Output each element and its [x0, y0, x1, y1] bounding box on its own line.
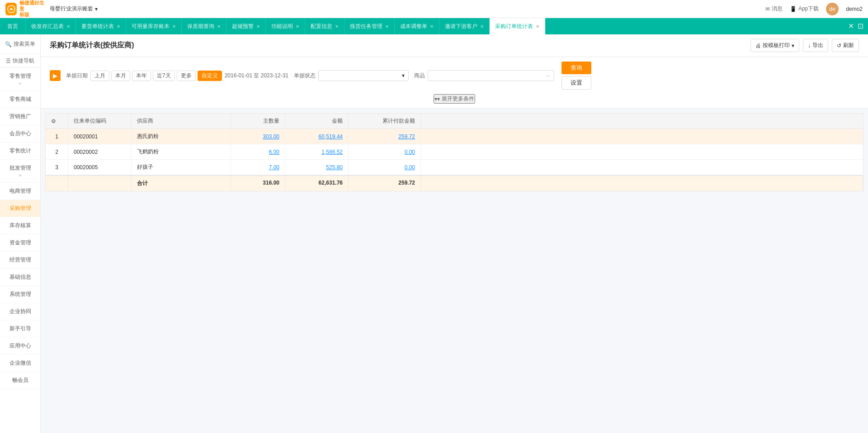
status-select-arrow: ▾ [402, 72, 405, 79]
sidebar-item-wholesale-mgmt[interactable]: 批发管理 ▼ [0, 160, 40, 183]
query-btn[interactable]: 查询 [561, 62, 591, 74]
table-header-row: ⚙ 往来单位编码 供应商 主数量 金额 累计付款金额 [46, 114, 863, 129]
table-row: 1 00020001 惠氏奶粉 303.00 60,519.44 259.72 [46, 129, 863, 144]
vip-member-label: 畅会员 [12, 376, 28, 384]
cell-qty[interactable]: 6.00 [231, 144, 285, 160]
workspace-name: 母婴行业演示账套 [50, 5, 93, 13]
cell-qty[interactable]: 7.00 [231, 160, 285, 175]
sidebar-item-retail-stats[interactable]: 零售统计 [0, 143, 40, 160]
receive-summary-label: 收发存汇总表 [31, 23, 64, 30]
sidebar-item-retail-mall[interactable]: 零售商城 [0, 91, 40, 108]
sidebar-item-operation-mgmt[interactable]: 经营管理 [0, 252, 40, 269]
close-purchase-summary[interactable]: ✕ [536, 24, 539, 29]
search-menu-btn[interactable]: 🔍 搜索英单 [3, 38, 38, 50]
sidebar-item-retail-mgmt[interactable]: 零售管理 ▼ [0, 68, 40, 91]
tab-home[interactable]: 首页 [0, 18, 26, 34]
cell-qty[interactable]: 303.00 [231, 129, 285, 144]
date-btn-7days[interactable]: 近7天 [153, 71, 175, 81]
export-btn[interactable]: ↓ 导出 [803, 39, 828, 52]
system-mgmt-label: 系统管理 [9, 290, 31, 298]
gear-icon[interactable]: ⚙ [51, 118, 56, 124]
operation-mgmt-label: 经营管理 [9, 256, 31, 264]
cell-amount[interactable]: 525.80 [285, 160, 349, 175]
date-btn-this-month[interactable]: 本月 [111, 71, 130, 81]
close-all-tabs-btn[interactable]: ✕ [848, 23, 854, 30]
close-overstock[interactable]: ✕ [256, 24, 260, 29]
tab-overstock[interactable]: 超储预警 ✕ [226, 18, 266, 34]
table-footer: 合计 316.00 62,631.76 259.72 [45, 175, 863, 191]
quick-nav-btn[interactable]: ☰ 快捷导航 [0, 54, 40, 68]
sidebar-item-marketing[interactable]: 营销推广 [0, 108, 40, 125]
filter-settings-btn[interactable]: 设置 [561, 76, 591, 90]
overstock-label: 超储预警 [232, 23, 254, 30]
workspace-dropdown-icon: ▾ [95, 6, 98, 12]
tab-pick-task[interactable]: 拣货任务管理 ✕ [344, 18, 395, 34]
close-shelf-life[interactable]: ✕ [217, 24, 221, 29]
close-receive-summary[interactable]: ✕ [66, 24, 70, 29]
date-btn-this-year[interactable]: 本年 [132, 71, 151, 81]
sidebar-item-app-center[interactable]: 应用中心 [0, 338, 40, 355]
cell-code: 00020001 [68, 129, 132, 144]
tab-available-stock[interactable]: 可用量库存账本 ✕ [126, 18, 182, 34]
close-function-desc[interactable]: ✕ [296, 24, 299, 29]
sidebar-item-ecommerce-mgmt[interactable]: 电商管理 [0, 183, 40, 200]
main-layout: 🔍 搜索英单 ☰ 快捷导航 零售管理 ▼ 零售商城 营销推广 会员中心 零售统计… [0, 34, 868, 433]
maximize-btn[interactable]: ⊡ [858, 23, 863, 30]
sidebar-item-finance-mgmt[interactable]: 资金管理 [0, 234, 40, 252]
date-btn-last-month[interactable]: 上月 [90, 71, 109, 81]
top-bar: 畅捷通好生意 标版 母婴行业演示账套 ▾ ✉ 消息 📱 App下载 de dem… [0, 0, 868, 18]
expand-more-btn[interactable]: ▾▾ 展开更多条件 [434, 94, 475, 104]
cell-amount[interactable]: 60,519.44 [285, 129, 349, 144]
retail-mall-label: 零售商城 [9, 95, 31, 103]
close-goods-summary[interactable]: ✕ [117, 24, 120, 29]
close-cost-adjust[interactable]: ✕ [430, 24, 434, 29]
filter-toggle-btn[interactable]: ▶ [50, 70, 61, 81]
sidebar-item-new-user-guide[interactable]: 新手引导 [0, 320, 40, 338]
tab-receive-summary[interactable]: 收发存汇总表 ✕ [26, 18, 76, 34]
sidebar-item-basic-info[interactable]: 基础信息 [0, 269, 40, 286]
sidebar-item-member-center[interactable]: 会员中心 [0, 125, 40, 143]
cell-paid[interactable]: 0.00 [349, 160, 421, 175]
close-pick-task[interactable]: ✕ [385, 24, 389, 29]
expand-btn-row: ▾▾ 展开更多条件 [50, 91, 859, 104]
workspace-selector[interactable]: 母婴行业演示账套 ▾ [50, 5, 762, 13]
goods-input-dots: ··· [546, 72, 550, 79]
cell-rest [421, 129, 863, 144]
sidebar-item-inventory-check[interactable]: 库存核算 [0, 217, 40, 234]
message-btn[interactable]: ✉ 消息 [765, 5, 783, 13]
close-invite-downstream[interactable]: ✕ [480, 24, 484, 29]
tab-goods-summary[interactable]: 要货单统计表 ✕ [76, 18, 126, 34]
member-center-label: 会员中心 [9, 130, 31, 138]
close-available-stock[interactable]: ✕ [172, 24, 176, 29]
tab-function-desc[interactable]: 功能说明 ✕ [266, 18, 305, 34]
cell-paid[interactable]: 259.72 [349, 129, 421, 144]
cell-amount[interactable]: 1,586.52 [285, 144, 349, 160]
close-config-info[interactable]: ✕ [335, 24, 339, 29]
tab-shelf-life[interactable]: 保质期查询 ✕ [182, 18, 226, 34]
sidebar-item-purchase-mgmt[interactable]: 采购管理 [0, 200, 40, 217]
tab-invite-downstream[interactable]: 邀请下游客户 ✕ [439, 18, 490, 34]
sidebar-item-vip-member[interactable]: 畅会员 [0, 372, 40, 389]
tab-purchase-summary[interactable]: 采购订单统计表 ✕ [490, 18, 545, 34]
print-btn[interactable]: 🖨 按模板打印 ▾ [750, 39, 799, 52]
goods-input[interactable]: ··· [428, 70, 554, 81]
footer-supplier-label: 合计 [132, 176, 231, 191]
table-row: 2 00020002 飞鹤奶粉 6.00 1,586.52 0.00 [46, 144, 863, 160]
app-download-btn[interactable]: 📱 App下载 [790, 5, 819, 13]
inventory-check-label: 库存核算 [9, 222, 31, 229]
print-dropdown-icon: ▾ [792, 43, 794, 49]
date-btn-more[interactable]: 更多 [177, 71, 196, 81]
avatar-text: de [830, 6, 835, 12]
sidebar-item-enterprise-wechat[interactable]: 企业微信 [0, 355, 40, 372]
date-btn-custom[interactable]: 自定义 [198, 71, 222, 81]
tab-config-info[interactable]: 配置信息 ✕ [305, 18, 344, 34]
tab-cost-adjust[interactable]: 成本调整单 ✕ [395, 18, 439, 34]
refresh-btn[interactable]: ↺ 刷新 [832, 39, 859, 52]
cell-paid[interactable]: 0.00 [349, 144, 421, 160]
status-select[interactable]: ▾ [318, 70, 409, 81]
quick-nav-label: 快捷导航 [13, 57, 34, 65]
user-avatar[interactable]: de [826, 3, 839, 15]
sidebar-item-enterprise-collab[interactable]: 企业协同 [0, 303, 40, 320]
filter-area: ▶ 单据日期 上月 本月 本年 近7天 更多 自定义 2016-01-01 至 … [41, 57, 868, 109]
sidebar-item-system-mgmt[interactable]: 系统管理 [0, 286, 40, 303]
